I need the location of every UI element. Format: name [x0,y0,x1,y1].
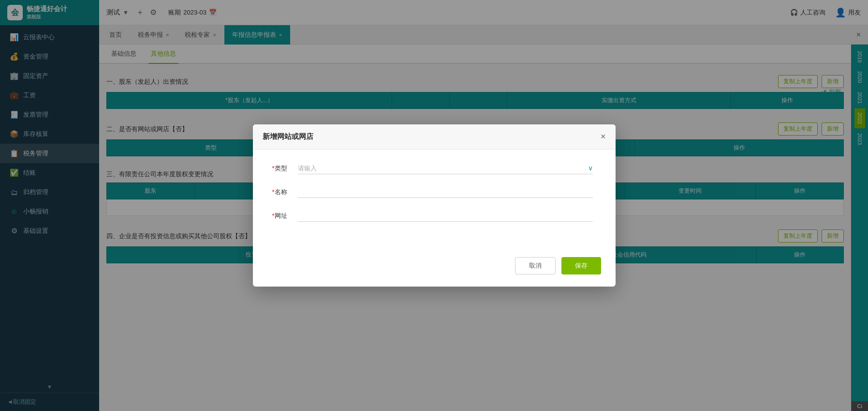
type-label: *类型 [272,164,296,173]
form-field-type: *类型 ∨ [272,164,596,175]
form-field-name: *名称 [272,188,596,198]
name-input[interactable] [298,188,593,196]
type-dropdown-icon[interactable]: ∨ [588,164,593,172]
url-label: *网址 [272,212,296,220]
required-star2: * [272,188,275,196]
form-field-url: *网址 [272,212,596,222]
url-input[interactable] [298,212,593,219]
cancel-btn[interactable]: 取消 [515,257,556,274]
type-input[interactable] [298,165,588,172]
required-star3: * [272,212,275,219]
name-label: *名称 [272,188,296,197]
url-input-wrapper [298,212,593,222]
dialog-title: 新增网站或网店 [263,132,313,141]
dialog-body: *类型 ∨ *名称 *网址 [253,150,616,250]
add-website-dialog: 新增网站或网店 × *类型 ∨ *名称 [253,124,616,287]
required-star: * [272,165,275,172]
save-btn[interactable]: 保存 [561,257,601,274]
bottom-badge: Ci [852,401,868,411]
dialog-footer: 取消 保存 [253,250,616,287]
modal-overlay: 新增网站或网店 × *类型 ∨ *名称 [0,0,868,411]
dialog-close-btn[interactable]: × [601,132,606,141]
dialog-header: 新增网站或网店 × [253,124,616,150]
type-input-wrapper: ∨ [298,164,593,174]
name-input-wrapper [298,188,593,198]
